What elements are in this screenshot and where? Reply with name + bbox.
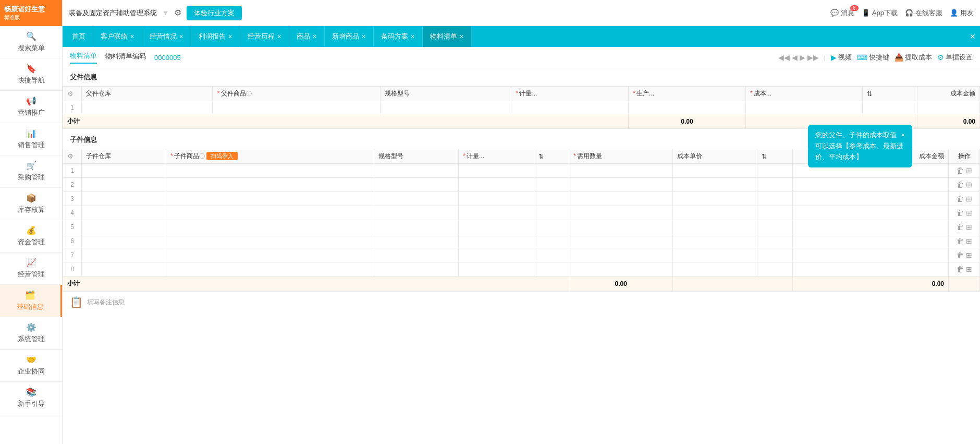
child-spec-5[interactable]	[374, 220, 458, 234]
child-unit-cost-5[interactable]	[673, 220, 757, 234]
child-sort2-1[interactable]	[757, 164, 792, 178]
user-btn[interactable]: 👤 用友	[950, 8, 974, 18]
nav-tab-物料清单[interactable]: 物料清单 ✕	[423, 26, 472, 47]
tooltip-close-btn[interactable]: ×	[901, 130, 905, 141]
child-unit-cost-2[interactable]	[673, 178, 757, 192]
child-warehouse-6[interactable]	[82, 234, 166, 248]
child-sort-3[interactable]	[534, 192, 569, 206]
tab-close-icon[interactable]: ✕	[312, 33, 317, 40]
child-spec-6[interactable]	[374, 234, 458, 248]
delete-icon-3[interactable]: 🗑	[957, 195, 964, 203]
nav-tab-首页[interactable]: 首页	[65, 26, 93, 47]
pager-prev-prev[interactable]: ◀◀	[778, 53, 790, 62]
copy-icon-1[interactable]: ⊞	[966, 166, 972, 175]
parent-cost-1[interactable]	[745, 101, 863, 114]
delete-icon-1[interactable]: 🗑	[957, 166, 964, 175]
tab-close-icon[interactable]: ✕	[459, 33, 464, 40]
th-parent-sort1[interactable]: ⇅	[863, 87, 917, 101]
nav-tab-利润报告[interactable]: 利润报告 ✕	[191, 26, 240, 47]
online-service-btn[interactable]: 🎧 在线客服	[905, 8, 942, 18]
child-product-3[interactable]	[166, 192, 374, 206]
sidebar-item-搜索菜单[interactable]: 🔍 搜索菜单	[0, 26, 62, 58]
child-unit-7[interactable]	[458, 248, 534, 262]
app-download-btn[interactable]: 📱 App下载	[862, 8, 898, 18]
child-qty-3[interactable]	[569, 192, 673, 206]
delete-icon-8[interactable]: 🗑	[957, 265, 964, 273]
child-unit-4[interactable]	[458, 206, 534, 220]
parent-spec-1[interactable]	[380, 101, 511, 114]
th-child-sort2[interactable]: ⇅	[757, 149, 792, 164]
child-warehouse-8[interactable]	[82, 262, 166, 277]
delete-icon-6[interactable]: 🗑	[957, 237, 964, 245]
child-sort-5[interactable]	[534, 220, 569, 234]
child-sort-6[interactable]	[534, 234, 569, 248]
child-warehouse-5[interactable]	[82, 220, 166, 234]
message-btn[interactable]: 💬 6 消息	[830, 8, 854, 18]
child-product-7[interactable]	[166, 248, 374, 262]
sidebar-item-经营管理[interactable]: 📈 经营管理	[0, 253, 62, 285]
child-qty-5[interactable]	[569, 220, 673, 234]
sidebar-item-营销推广[interactable]: 📢 营销推广	[0, 91, 62, 123]
nav-tab-条码方案[interactable]: 条码方案 ✕	[374, 26, 423, 47]
sidebar-item-库存核算[interactable]: 📦 库存核算	[0, 188, 62, 220]
child-spec-8[interactable]	[374, 262, 458, 277]
child-product-6[interactable]	[166, 234, 374, 248]
copy-icon-7[interactable]: ⊞	[966, 251, 972, 259]
sidebar-item-企业协同[interactable]: 🤝 企业协同	[0, 350, 62, 382]
pager-next-next[interactable]: ▶▶	[807, 53, 819, 62]
delete-icon-5[interactable]: 🗑	[957, 223, 964, 231]
child-unit-cost-7[interactable]	[673, 248, 757, 262]
child-sort2-2[interactable]	[757, 178, 792, 192]
child-sort-2[interactable]	[534, 178, 569, 192]
th-gear-child[interactable]: ⚙	[63, 149, 82, 164]
child-sort-7[interactable]	[534, 248, 569, 262]
child-unit-cost-1[interactable]	[673, 164, 757, 178]
child-qty-2[interactable]	[569, 178, 673, 192]
child-qty-6[interactable]	[569, 234, 673, 248]
sidebar-item-新手引导[interactable]: 📚 新手引导	[0, 382, 62, 414]
child-sort2-4[interactable]	[757, 206, 792, 220]
child-qty-4[interactable]	[569, 206, 673, 220]
sidebar-item-采购管理[interactable]: 🛒 采购管理	[0, 155, 62, 188]
child-warehouse-3[interactable]	[82, 192, 166, 206]
child-sort2-6[interactable]	[757, 234, 792, 248]
child-spec-4[interactable]	[374, 206, 458, 220]
sidebar-item-基础信息[interactable]: 🗂️ 基础信息	[0, 285, 62, 317]
child-warehouse-1[interactable]	[82, 164, 166, 178]
child-sort-8[interactable]	[534, 262, 569, 277]
pager-next[interactable]: ▶	[800, 53, 805, 62]
gear-icon[interactable]: ⚙	[174, 8, 181, 18]
th-gear-parent[interactable]: ⚙	[63, 87, 82, 101]
child-unit-cost-8[interactable]	[673, 262, 757, 277]
child-sort2-7[interactable]	[757, 248, 792, 262]
child-unit-5[interactable]	[458, 220, 534, 234]
parent-sort1-1[interactable]	[863, 101, 917, 114]
child-unit-cost-3[interactable]	[673, 192, 757, 206]
tab-close-icon[interactable]: ✕	[361, 33, 366, 40]
copy-icon-4[interactable]: ⊞	[966, 209, 972, 217]
copy-icon-6[interactable]: ⊞	[966, 237, 972, 245]
child-spec-7[interactable]	[374, 248, 458, 262]
child-unit-8[interactable]	[458, 262, 534, 277]
close-all-btn[interactable]: ✕	[965, 32, 980, 41]
copy-icon-3[interactable]: ⊞	[966, 195, 972, 203]
child-spec-2[interactable]	[374, 178, 458, 192]
delete-icon-7[interactable]: 🗑	[957, 251, 964, 259]
child-unit-cost-6[interactable]	[673, 234, 757, 248]
delete-icon-2[interactable]: 🗑	[957, 181, 964, 189]
child-warehouse-7[interactable]	[82, 248, 166, 262]
sidebar-item-销售管理[interactable]: 📊 销售管理	[0, 123, 62, 155]
child-unit-1[interactable]	[458, 164, 534, 178]
child-qty-7[interactable]	[569, 248, 673, 262]
child-warehouse-4[interactable]	[82, 206, 166, 220]
page-tab-bill[interactable]: 物料清单	[70, 51, 97, 64]
extract-cost-btn[interactable]: 📥 提取成本	[895, 53, 932, 62]
child-qty-1[interactable]	[569, 164, 673, 178]
child-qty-8[interactable]	[569, 262, 673, 277]
parent-warehouse-1[interactable]	[82, 101, 213, 114]
child-spec-1[interactable]	[374, 164, 458, 178]
parent-unit-1[interactable]	[511, 101, 629, 114]
copy-icon-2[interactable]: ⊞	[966, 181, 972, 189]
child-product-4[interactable]	[166, 206, 374, 220]
child-sort2-3[interactable]	[757, 192, 792, 206]
